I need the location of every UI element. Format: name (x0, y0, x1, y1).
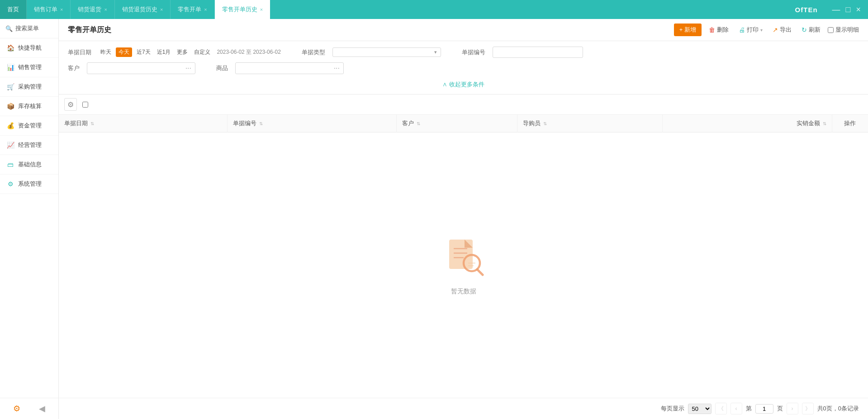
goods-dots-icon[interactable]: ··· (334, 64, 340, 72)
type-filter-select[interactable]: ▾ (332, 47, 441, 57)
th-action-label: 操作 (844, 120, 856, 127)
th-guide[interactable]: 导购员 ⇅ (517, 115, 663, 132)
prev-page-icon: ‹ (735, 405, 737, 412)
first-page-btn[interactable]: 《 (715, 403, 727, 414)
tab-bar-right: OfTEn — □ × (795, 5, 868, 14)
type-dropdown-icon: ▾ (434, 49, 437, 55)
filter-row-2: 客户 ··· 商品 ··· (68, 62, 859, 74)
sidebar-item-purchase-mgmt-label: 采购管理 (18, 83, 42, 91)
sidebar-item-base-info[interactable]: 🗃 基础信息 (0, 155, 58, 174)
tab-sales-return-close[interactable]: × (104, 7, 107, 12)
tab-retail-open-history-close[interactable]: × (260, 7, 263, 12)
window-minimize[interactable]: — (832, 5, 840, 14)
brand-name: OfTEn (795, 6, 818, 14)
svg-line-6 (477, 269, 483, 275)
tab-sales-return[interactable]: 销货退货 × (71, 0, 114, 19)
export-button[interactable]: ↗ 导出 (770, 24, 794, 36)
collapse-bar[interactable]: ∧ 收起更多条件 (68, 79, 859, 89)
goods-filter-input[interactable]: ··· (235, 62, 344, 74)
purchase-mgmt-icon: 🛒 (6, 83, 14, 91)
main-layout: 🔍 搜索菜单 🏠 快捷导航 📊 销售管理 🛒 采购管理 📦 库存核算 💰 资金管… (0, 19, 868, 419)
page-header: 零售开单历史 + 新增 🗑 删除 🖨 打印 ▾ ↗ 导出 ↻ (59, 19, 868, 41)
page-title: 零售开单历史 (68, 25, 111, 35)
select-all-checkbox[interactable] (82, 102, 88, 108)
tab-retail-open-history-label: 零售开单历史 (222, 5, 257, 14)
print-button[interactable]: 🖨 打印 ▾ (736, 24, 765, 36)
date-btn-today[interactable]: 今天 (116, 47, 132, 57)
sidebar-item-sys-mgmt[interactable]: ⚙ 系统管理 (0, 174, 58, 194)
sidebar-settings-icon[interactable]: ⚙ (13, 404, 20, 414)
tab-sales-return-history-close[interactable]: × (160, 7, 163, 12)
next-page-btn[interactable]: › (787, 403, 798, 414)
tab-home-label: 首页 (7, 5, 19, 14)
table-settings-icon[interactable]: ⚙ (64, 98, 77, 111)
th-date[interactable]: 单据日期 ⇅ (59, 115, 227, 132)
next-page-icon: › (792, 405, 793, 412)
th-action: 操作 (832, 115, 868, 132)
sidebar-item-quick-nav[interactable]: 🏠 快捷导航 (0, 38, 58, 58)
date-btn-yesterday[interactable]: 昨天 (99, 47, 113, 57)
tab-sales-return-history[interactable]: 销货退货历史 × (115, 0, 171, 19)
delete-label: 删除 (717, 26, 729, 34)
sidebar-item-sales-mgmt-label: 销售管理 (18, 63, 42, 71)
th-amount-sort[interactable]: ⇅ (823, 121, 826, 126)
toolbar-buttons: + 新增 🗑 删除 🖨 打印 ▾ ↗ 导出 ↻ 刷新 (674, 24, 859, 36)
date-btn-more[interactable]: 更多 (175, 47, 190, 57)
sidebar-collapse-icon[interactable]: ◀ (39, 404, 45, 414)
tab-retail-open-close[interactable]: × (204, 7, 207, 12)
sidebar-item-sales-mgmt[interactable]: 📊 销售管理 (0, 58, 58, 77)
sidebar-item-operations[interactable]: 📈 经营管理 (0, 136, 58, 155)
empty-text: 暂无数据 (451, 287, 476, 296)
tab-retail-open[interactable]: 零售开单 × (171, 0, 214, 19)
window-maximize[interactable]: □ (846, 5, 851, 14)
sys-mgmt-icon: ⚙ (6, 180, 14, 188)
customer-dots-icon[interactable]: ··· (185, 64, 191, 72)
customer-filter-input[interactable]: ··· (87, 62, 195, 74)
prev-page-btn[interactable]: ‹ (730, 403, 742, 414)
sidebar-item-finance[interactable]: 💰 资金管理 (0, 116, 58, 136)
tab-retail-open-history[interactable]: 零售开单历史 × (215, 0, 270, 19)
refresh-button[interactable]: ↻ 刷新 (799, 24, 823, 36)
delete-icon: 🗑 (709, 26, 715, 33)
th-guide-sort[interactable]: ⇅ (543, 121, 547, 126)
date-btn-1month[interactable]: 近1月 (155, 47, 173, 57)
customer-filter-label: 客户 (68, 64, 80, 72)
inventory-icon: 📦 (6, 102, 14, 110)
page-summary: 共0页，0条记录 (817, 405, 859, 413)
table-container: ⚙ 单据日期 ⇅ 单据编号 ⇅ 客户 (59, 94, 868, 398)
tab-sales-order-close[interactable]: × (60, 7, 63, 12)
per-page-select[interactable]: 50 100 200 (688, 404, 711, 414)
th-number-sort[interactable]: ⇅ (259, 121, 263, 126)
page-end-label: 页 (777, 405, 783, 413)
delete-button[interactable]: 🗑 删除 (706, 24, 731, 36)
th-customer-label: 客户 (402, 120, 414, 127)
sidebar: 🔍 搜索菜单 🏠 快捷导航 📊 销售管理 🛒 采购管理 📦 库存核算 💰 资金管… (0, 19, 59, 419)
filter-area: 单据日期 昨天 今天 近7天 近1月 更多 自定义 2023-06-02 至 2… (59, 41, 868, 94)
th-guide-label: 导购员 (523, 120, 541, 127)
print-label: 打印 (747, 26, 759, 34)
th-number[interactable]: 单据编号 ⇅ (227, 115, 396, 132)
sidebar-item-purchase-mgmt[interactable]: 🛒 采购管理 (0, 77, 58, 97)
sales-mgmt-icon: 📊 (6, 63, 14, 71)
th-date-sort[interactable]: ⇅ (90, 121, 94, 126)
table-header-row: 单据日期 ⇅ 单据编号 ⇅ 客户 ⇅ 导购员 ⇅ (59, 115, 868, 132)
tab-sales-order[interactable]: 销售订单 × (27, 0, 71, 19)
sidebar-item-inventory[interactable]: 📦 库存核算 (0, 97, 58, 116)
date-btn-custom[interactable]: 自定义 (192, 47, 212, 57)
th-customer-sort[interactable]: ⇅ (417, 121, 420, 126)
window-close[interactable]: × (856, 5, 861, 14)
th-number-label: 单据编号 (233, 120, 256, 127)
number-filter-input[interactable] (493, 47, 583, 58)
new-button[interactable]: + 新增 (674, 24, 702, 36)
refresh-icon: ↻ (802, 26, 807, 33)
quick-nav-icon: 🏠 (6, 44, 14, 52)
sidebar-search[interactable]: 🔍 搜索菜单 (0, 19, 58, 38)
show-detail-check[interactable]: 显示明细 (828, 26, 859, 34)
th-customer[interactable]: 客户 ⇅ (397, 115, 517, 132)
th-amount[interactable]: 实销金额 ⇅ (663, 115, 832, 132)
date-btn-7days[interactable]: 近7天 (135, 47, 152, 57)
show-detail-checkbox[interactable] (828, 27, 834, 33)
tab-home[interactable]: 首页 (0, 0, 27, 19)
page-input[interactable] (755, 404, 773, 414)
last-page-btn[interactable]: 》 (802, 403, 814, 414)
